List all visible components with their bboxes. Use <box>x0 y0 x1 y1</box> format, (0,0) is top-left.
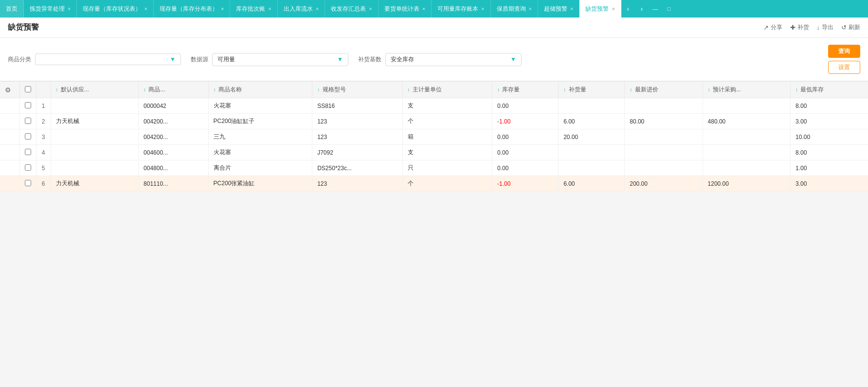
row-item-code: 004800... <box>139 160 209 176</box>
restock-button[interactable]: ✚ 补货 <box>790 23 809 32</box>
row-checkbox[interactable] <box>25 102 31 108</box>
row-spec: DS250*23c... <box>312 160 402 176</box>
th-stock[interactable]: ↕ 库存量 <box>492 82 559 98</box>
tab-overstock[interactable]: 超储预警 × <box>538 0 579 18</box>
row-gear-cell <box>0 176 19 192</box>
tab-expiry[interactable]: 保质期查询 × <box>491 0 538 18</box>
th-row-num <box>36 82 51 98</box>
filter-area: 商品分类 ▼ 数据源 可用量 ▼ 补货基数 安全库存 ▼ 查询 设置 <box>0 38 868 81</box>
row-est-purchase: 1200.00 <box>703 176 791 192</box>
tab-bar: 首页 拣货异常处理 × 现存量（库存状况表） × 现存量（库存分布表） × 库存… <box>0 0 868 18</box>
th-settings[interactable]: ⚙ <box>0 82 19 98</box>
datasource-label: 数据源 <box>191 55 208 64</box>
settings-button[interactable]: 设置 <box>828 61 860 74</box>
tab-home[interactable]: 首页 <box>0 0 24 18</box>
row-number: 2 <box>36 114 51 129</box>
tab-scroll-left[interactable]: ‹ <box>621 0 635 18</box>
row-stock: 0.00 <box>492 145 559 160</box>
close-tab-receive[interactable]: × <box>369 6 372 12</box>
close-tab-overstock[interactable]: × <box>570 6 573 12</box>
row-checkbox-cell[interactable] <box>19 129 36 145</box>
query-button[interactable]: 查询 <box>828 45 860 58</box>
close-tab-inout[interactable]: × <box>316 6 319 12</box>
row-supplier: 力天机械 <box>51 114 139 129</box>
row-checkbox-cell[interactable] <box>19 160 36 176</box>
th-restock-qty[interactable]: ↕ 补货量 <box>559 82 625 98</box>
row-checkbox[interactable] <box>25 180 31 186</box>
tab-inout[interactable]: 出入库流水 × <box>278 0 325 18</box>
row-gear-cell <box>0 98 19 114</box>
row-latest-price <box>625 145 703 160</box>
row-est-purchase <box>703 145 791 160</box>
row-item-name: 火花塞 <box>208 98 312 114</box>
th-supplier[interactable]: ↕ 默认供应... <box>51 82 139 98</box>
close-tab-stock-status[interactable]: × <box>144 6 147 12</box>
close-tab-expiry[interactable]: × <box>529 6 532 12</box>
close-tab-shortage[interactable]: × <box>612 6 615 12</box>
th-spec[interactable]: ↕ 规格型号 <box>312 82 402 98</box>
tab-receive[interactable]: 收发存汇总表 × <box>325 0 378 18</box>
th-est-purchase[interactable]: ↕ 预计采购... <box>703 82 791 98</box>
row-checkbox[interactable] <box>25 164 31 171</box>
table-container: ⚙ ↕ 默认供应... ↕ 商品... ↕ <box>0 81 868 192</box>
tab-scroll-right[interactable]: › <box>635 0 649 18</box>
close-tab-available[interactable]: × <box>481 6 484 12</box>
row-checkbox[interactable] <box>25 118 31 124</box>
tab-stock-status[interactable]: 现存量（库存状况表） × <box>77 0 153 18</box>
table-row: 4 004600... 火花塞 J7092 支 0.00 8.00 <box>0 145 868 160</box>
restock-base-label: 补货基数 <box>358 55 381 64</box>
tab-available[interactable]: 可用量库存账本 × <box>432 0 490 18</box>
restock-base-select[interactable]: 安全库存 ▼ <box>385 53 522 66</box>
refresh-button[interactable]: ↺ 刷新 <box>841 23 860 32</box>
row-item-code: 004200... <box>139 129 209 145</box>
close-tab-abnormal[interactable]: × <box>68 6 71 12</box>
th-item-name[interactable]: ↕ 商品名称 <box>208 82 312 98</box>
share-label: 分享 <box>771 23 782 32</box>
restock-icon: ✚ <box>790 24 796 31</box>
row-checkbox-cell[interactable] <box>19 114 36 129</box>
row-checkbox-cell[interactable] <box>19 145 36 160</box>
row-checkbox[interactable] <box>25 149 31 155</box>
sort-icon-latest-price: ↕ <box>630 87 632 92</box>
restock-base-select-value: 安全库存 <box>391 55 414 64</box>
row-number: 4 <box>36 145 51 160</box>
category-chevron-icon: ▼ <box>170 56 176 63</box>
row-unit: 个 <box>402 176 492 192</box>
row-unit: 箱 <box>402 129 492 145</box>
tab-stock-dist[interactable]: 现存量（库存分布表） × <box>154 0 230 18</box>
share-button[interactable]: ↗ 分享 <box>763 23 782 32</box>
th-latest-price[interactable]: ↕ 最新进价 <box>625 82 703 98</box>
row-checkbox[interactable] <box>25 133 31 140</box>
row-gear-cell <box>0 114 19 129</box>
row-item-name: 火花塞 <box>208 145 312 160</box>
close-tab-stock-dist[interactable]: × <box>221 6 224 12</box>
row-stock: -1.00 <box>492 176 559 192</box>
th-unit[interactable]: ↕ 主计量单位 <box>402 82 492 98</box>
tab-require[interactable]: 要货单统计表 × <box>379 0 432 18</box>
category-select[interactable]: ▼ <box>35 53 181 65</box>
column-settings-button[interactable]: ⚙ <box>5 86 11 94</box>
close-tab-require[interactable]: × <box>422 6 425 12</box>
row-restock-qty: 20.00 <box>559 129 625 145</box>
datasource-select-value: 可用量 <box>217 55 235 64</box>
row-stock: 0.00 <box>492 129 559 145</box>
row-gear-cell <box>0 145 19 160</box>
close-tab-batch[interactable]: × <box>268 6 271 12</box>
datasource-select[interactable]: 可用量 ▼ <box>212 53 348 66</box>
row-est-purchase <box>703 129 791 145</box>
row-supplier <box>51 98 139 114</box>
th-min-stock[interactable]: ↕ 最低库存 <box>791 82 868 98</box>
th-item-code[interactable]: ↕ 商品... <box>139 82 209 98</box>
row-min-stock: 8.00 <box>791 145 868 160</box>
sort-icon-item-name: ↕ <box>214 87 216 92</box>
export-button[interactable]: ↓ 导出 <box>817 23 834 32</box>
select-all-checkbox[interactable] <box>25 86 31 92</box>
tab-abnormal[interactable]: 拣货异常处理 × <box>24 0 77 18</box>
filter-actions: 查询 设置 <box>828 45 860 74</box>
tab-batch[interactable]: 库存批次账 × <box>230 0 277 18</box>
tab-shortage[interactable]: 缺货预警 × <box>579 0 621 18</box>
row-checkbox-cell[interactable] <box>19 176 36 192</box>
tab-minimize[interactable]: — <box>649 0 662 18</box>
row-checkbox-cell[interactable] <box>19 98 36 114</box>
tab-maximize[interactable]: □ <box>662 0 676 18</box>
